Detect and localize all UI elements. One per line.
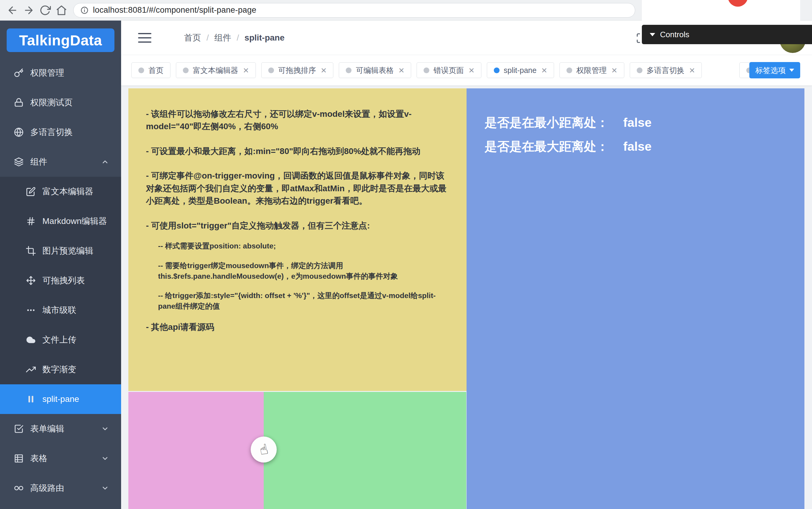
key-icon bbox=[14, 68, 24, 78]
url-text: localhost:8081/#/component/split-pane-pa… bbox=[93, 5, 256, 15]
sidebar-item-rich-text-editor[interactable]: 富文本编辑器 bbox=[0, 177, 121, 206]
edit-icon bbox=[26, 187, 36, 196]
recorder-panel bbox=[642, 0, 800, 25]
ellipsis-icon bbox=[26, 305, 36, 315]
tab-dot bbox=[566, 67, 572, 73]
chevron-down-icon bbox=[101, 454, 109, 463]
notes-pane: - 该组件可以拖动修改左右尺寸，还可以绑定v-model来设置，如设置v-mod… bbox=[128, 88, 466, 391]
sidebar-item-i18n[interactable]: 多语言切换 bbox=[0, 117, 121, 147]
tab-i18n[interactable]: 多语言切换 × bbox=[630, 62, 702, 78]
main-column: 首页 / 组件 / split-pane 首页 富文本编辑器 × bbox=[121, 21, 812, 509]
home-icon[interactable] bbox=[56, 4, 67, 16]
close-icon[interactable]: × bbox=[321, 65, 327, 75]
pointer-hand-icon: ☝ bbox=[258, 441, 269, 459]
components-submenu: 富文本编辑器 Markdown编辑器 图片预览编辑 可拖拽列表 城市级联 bbox=[0, 177, 121, 414]
tab-label: 可拖拽排序 bbox=[278, 65, 316, 75]
app-root: TalkingData 权限管理 权限测试页 多语言切换 组件 bbox=[0, 21, 812, 509]
sidebar-item-markdown-editor[interactable]: Markdown编辑器 bbox=[0, 206, 121, 236]
sidebar-item-label: Markdown编辑器 bbox=[42, 215, 107, 227]
close-icon[interactable]: × bbox=[243, 65, 249, 75]
sidebar-item-image-preview-edit[interactable]: 图片预览编辑 bbox=[0, 236, 121, 266]
tab-dot bbox=[138, 67, 144, 73]
tab-label: 权限管理 bbox=[577, 65, 607, 75]
sidebar-item-form-edit[interactable]: 表单编辑 bbox=[0, 414, 121, 444]
site-info-icon[interactable] bbox=[80, 6, 89, 14]
recorder-controls-bar[interactable]: Controls bbox=[642, 25, 812, 44]
sidebar-item-draggable-list[interactable]: 可拖拽列表 bbox=[0, 266, 121, 295]
sidebar-item-label: 权限测试页 bbox=[30, 97, 73, 108]
tab-rich-text-editor[interactable]: 富文本编辑器 × bbox=[176, 62, 256, 78]
close-icon[interactable]: × bbox=[689, 65, 695, 75]
tab-dot-active bbox=[494, 67, 499, 73]
layers-icon bbox=[14, 157, 24, 167]
lock-icon bbox=[14, 98, 24, 107]
check-square-icon bbox=[14, 424, 24, 434]
status-pane: 是否是在最小距离处： false 是否是在最大距离处： false bbox=[466, 88, 805, 509]
controls-label: Controls bbox=[660, 30, 689, 39]
sidebar-item-split-pane[interactable]: split-pane bbox=[0, 384, 121, 414]
move-icon bbox=[26, 276, 36, 285]
infinity-icon bbox=[14, 483, 24, 493]
back-icon[interactable] bbox=[7, 4, 18, 16]
tag-options-button[interactable]: 标签选项 bbox=[749, 62, 800, 78]
chevron-down-icon bbox=[101, 425, 109, 433]
note-paragraph: - 可绑定事件@on-trigger-moving，回调函数的返回值是鼠标事件对… bbox=[146, 169, 448, 207]
tab-home[interactable]: 首页 bbox=[131, 62, 170, 78]
note-paragraph: - 可使用slot="trigger"自定义拖动触发器，但有三个注意点: bbox=[146, 219, 448, 232]
tab-split-pane[interactable]: split-pane × bbox=[487, 62, 554, 78]
sidebar-item-advanced-router[interactable]: 高级路由 bbox=[0, 473, 121, 503]
close-icon[interactable]: × bbox=[541, 65, 547, 75]
sidebar-item-label: 富文本编辑器 bbox=[42, 186, 93, 197]
forward-icon[interactable] bbox=[23, 4, 34, 16]
sidebar-item-label: 组件 bbox=[30, 156, 47, 168]
tab-drag-sort[interactable]: 可拖拽排序 × bbox=[261, 62, 334, 78]
tag-options-label: 标签选项 bbox=[755, 65, 786, 75]
note-subitem: -- 给trigger添加:style="{width: offset + '%… bbox=[158, 291, 448, 312]
page-content: - 该组件可以拖动修改左右尺寸，还可以绑定v-model来设置，如设置v-mod… bbox=[121, 85, 812, 509]
note-paragraph: - 可设置最小和最大距离，如:min="80"即向右拖动到80%处就不能再拖动 bbox=[146, 145, 448, 157]
tab-permission-mgmt[interactable]: 权限管理 × bbox=[559, 62, 624, 78]
tab-label: 错误页面 bbox=[433, 65, 464, 75]
close-icon[interactable]: × bbox=[469, 65, 475, 75]
chevron-up-icon bbox=[101, 158, 109, 166]
breadcrumb: 首页 / 组件 / split-pane bbox=[184, 32, 285, 43]
app-logo: TalkingData bbox=[7, 28, 115, 52]
sidebar-item-label: 多语言切换 bbox=[30, 127, 73, 138]
tab-dot bbox=[183, 67, 189, 73]
status-line-max: 是否是在最大距离处： false bbox=[485, 135, 805, 159]
note-subitem: -- 样式需要设置position: absolute; bbox=[158, 241, 448, 251]
tab-error-page[interactable]: 错误页面 × bbox=[417, 62, 481, 78]
record-button[interactable] bbox=[728, 0, 748, 7]
sidebar-item-permission-test[interactable]: 权限测试页 bbox=[0, 88, 121, 117]
close-icon[interactable]: × bbox=[398, 65, 404, 75]
split-left-column: - 该组件可以拖动修改左右尺寸，还可以绑定v-model来设置，如设置v-mod… bbox=[128, 88, 466, 509]
tab-editable-table[interactable]: 可编辑表格 × bbox=[339, 62, 411, 78]
sidebar-item-city-cascade[interactable]: 城市级联 bbox=[0, 295, 121, 325]
trending-up-icon bbox=[26, 365, 36, 374]
address-bar[interactable]: localhost:8081/#/component/split-pane-pa… bbox=[73, 3, 635, 18]
status-line-min: 是否是在最小距离处： false bbox=[485, 111, 805, 135]
menu-toggle-icon[interactable] bbox=[138, 33, 151, 43]
split-pane-icon bbox=[26, 394, 36, 404]
breadcrumb-section[interactable]: 组件 bbox=[214, 32, 231, 43]
breadcrumb-current: split-pane bbox=[245, 33, 285, 43]
close-icon[interactable]: × bbox=[612, 65, 617, 75]
sidebar-item-label: 数字渐变 bbox=[42, 364, 76, 375]
reload-icon[interactable] bbox=[39, 4, 51, 16]
caret-down-icon bbox=[789, 69, 794, 72]
sidebar-item-file-upload[interactable]: 文件上传 bbox=[0, 325, 121, 355]
status-min-label: 是否是在最小距离处： bbox=[485, 111, 609, 135]
sidebar-item-table[interactable]: 表格 bbox=[0, 444, 121, 473]
tab-label: 首页 bbox=[148, 65, 163, 75]
cloud-upload-icon bbox=[26, 335, 36, 345]
status-min-value: false bbox=[623, 111, 652, 135]
sidebar-item-label: 高级路由 bbox=[30, 482, 64, 494]
sidebar-item-permission-mgmt[interactable]: 权限管理 bbox=[0, 58, 121, 88]
breadcrumb-home[interactable]: 首页 bbox=[184, 32, 201, 43]
tab-dot bbox=[346, 67, 352, 73]
caret-down-icon bbox=[650, 33, 655, 36]
drag-trigger-handle[interactable]: ☝ bbox=[251, 436, 277, 463]
sidebar-item-components[interactable]: 组件 bbox=[0, 147, 121, 177]
sidebar-item-number-animation[interactable]: 数字渐变 bbox=[0, 355, 121, 384]
note-paragraph: - 其他api请看源码 bbox=[146, 321, 448, 333]
